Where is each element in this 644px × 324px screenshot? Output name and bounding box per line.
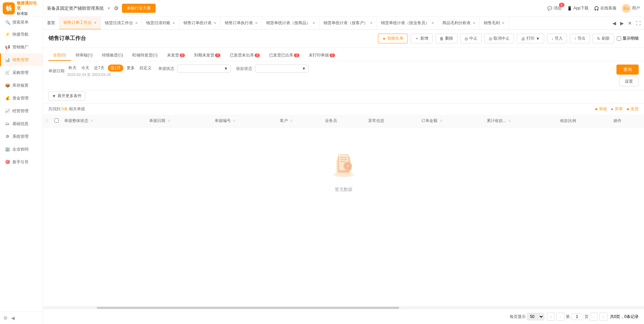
online-service-btn[interactable]: 🎧 在线客服 [594, 5, 616, 11]
last-page-btn[interactable]: » [599, 313, 607, 321]
sidebar-item-enterprise[interactable]: 🏢 企业协同 [0, 143, 43, 156]
tab-close-5[interactable]: ✕ [255, 21, 258, 25]
sub-tab-overdue-not-shipped[interactable]: 到期未发货0 [189, 50, 225, 61]
sidebar-item-marketing[interactable]: 📢 营销推广 [0, 41, 43, 53]
tab-close-7[interactable]: ✕ [370, 21, 373, 25]
app-download-btn[interactable]: 📱 App下载 [567, 5, 589, 11]
sidebar-item-system[interactable]: ⚙ 系统管理 [0, 130, 43, 143]
tab-close-2[interactable]: ✕ [135, 21, 138, 25]
sidebar-item-purchase[interactable]: 🛒 采购管理 [0, 66, 43, 79]
smart-generate-btn[interactable]: ★ 智能生单 [378, 34, 408, 43]
date-option-7days[interactable]: 近7天 [93, 65, 106, 72]
sub-tab-pending-review[interactable]: 待审核(0) [71, 50, 97, 61]
review-action-btn[interactable]: 审核 [595, 106, 607, 112]
industry-btn[interactable]: 体验行业方案 [122, 4, 156, 13]
cancel-review-action-btn[interactable]: 弃审 [611, 106, 623, 112]
settings-bottom-icon[interactable]: ⚙ [3, 315, 8, 321]
date-option-more[interactable]: 更多 [125, 65, 136, 72]
col-date[interactable]: 单据日期 ⇅ [146, 115, 212, 127]
filter-settings-btn[interactable]: 设置 [619, 77, 639, 86]
cancel-suspend-icon: ◎ [489, 36, 492, 41]
tab-close-8[interactable]: ✕ [431, 21, 434, 25]
message-btn[interactable]: 💬 消息 6 [547, 5, 562, 11]
scrollbar-area[interactable] [43, 306, 644, 309]
topbar-gear-icon[interactable]: ⚙ [114, 5, 119, 11]
status-select-arrow: ▼ [224, 66, 228, 71]
print-btn[interactable]: 🖨 打印 ▼ [517, 34, 544, 43]
sub-tab-all[interactable]: 全部(0) [48, 50, 71, 61]
topbar: 装备及固定资产辅助管理系统 ▼ ⚙ 体验行业方案 💬 消息 6 📱 App下载 … [43, 0, 644, 17]
sidebar-item-quick-nav[interactable]: ⚡ 快捷导航 [0, 28, 43, 41]
scrollbar-thumb[interactable] [97, 307, 399, 309]
tab-sales-gross-profit[interactable]: 销售毛利 ✕ [480, 17, 509, 30]
sub-tab-shipped-not-out[interactable]: 已发货未出库0 [225, 50, 265, 61]
tab-sales-by-customer[interactable]: 销货单统计表（按客户） ✕ [319, 17, 377, 30]
cancel-suspend-btn[interactable]: ◎ 取消中止 [484, 34, 514, 43]
sidebar-item-inventory[interactable]: 📦 库存核算 [0, 79, 43, 92]
sub-tab-not-printed[interactable]: 未打印单据0 [304, 50, 340, 61]
tabs-next-icon[interactable]: ▶ [619, 20, 625, 27]
tab-sales-order-stats[interactable]: 销售订单统计表 ✕ [179, 17, 221, 30]
tab-daily-clear-workbench[interactable]: 钱货日清工作台 ✕ [101, 17, 142, 30]
system-dropdown-icon[interactable]: ▼ [107, 6, 111, 10]
sidebar-item-operations[interactable]: 📈 经营管理 [0, 105, 43, 117]
tab-sales-by-salesperson[interactable]: 销货单统计表（按业务员） ✕ [377, 17, 438, 30]
status-select[interactable]: ▼ [177, 65, 231, 73]
sidebar-item-sales[interactable]: 📊 销售管理 [0, 53, 43, 66]
refresh-btn[interactable]: ↻ 刷新 [593, 34, 614, 43]
col-order-amount[interactable]: 订单金额 ⇅ [419, 115, 484, 127]
user-menu[interactable]: Ea 用户 [622, 4, 640, 13]
tab-close-1[interactable]: ✕ [94, 21, 96, 25]
page-input[interactable] [571, 313, 583, 320]
delete-btn[interactable]: 🗑 删除 [435, 34, 458, 43]
col-cumulative-payment[interactable]: 累计收款... ⇅ [484, 115, 558, 127]
date-option-today[interactable]: 今天 [80, 65, 91, 72]
query-btn[interactable]: 查询 [616, 65, 639, 75]
tabs-close-all-icon[interactable]: ✕ [627, 20, 633, 27]
collapse-icon[interactable]: ◀ [11, 315, 15, 321]
tab-home[interactable]: 首页 [43, 17, 59, 30]
date-option-1month[interactable]: 近1月 [108, 65, 124, 72]
tab-daily-clear-reconcile[interactable]: 钱货日清对账 ✕ [142, 17, 179, 30]
tab-close-10[interactable]: ✕ [502, 21, 505, 25]
date-option-yesterday[interactable]: 昨天 [67, 65, 78, 72]
col-number[interactable]: 单据编号 ⇅ [212, 115, 277, 127]
import-btn[interactable]: ↓ 导入 [547, 34, 567, 43]
tab-close-3[interactable]: ✕ [172, 21, 175, 25]
tabs-maximize-icon[interactable]: ⛶ [635, 20, 642, 27]
tab-sales-order-workbench[interactable]: 销售订单工作台 ✕ [59, 17, 101, 30]
tab-close-4[interactable]: ✕ [214, 21, 216, 25]
next-page-btn[interactable]: › [590, 313, 598, 321]
sub-tab-shipped-out[interactable]: 已发货已出库0 [264, 50, 304, 61]
table-actions-right: 审核 弃审 发货 [595, 106, 639, 112]
show-detail-label[interactable]: 显示明细 [617, 36, 639, 41]
select-all-checkbox[interactable] [54, 118, 59, 123]
sub-tab-not-shipped[interactable]: 未发货0 [162, 50, 190, 61]
sidebar-item-finance[interactable]: 💰 资金管理 [0, 92, 43, 105]
add-btn[interactable]: ＋ 新增 [411, 34, 433, 43]
sub-tab-pending-inspection[interactable]: 待拣验货(0) [97, 50, 128, 61]
tabs-prev-icon[interactable]: ◀ [611, 20, 617, 27]
sidebar-item-guide[interactable]: 🎯 新手引导 [0, 156, 43, 168]
tab-gross-profit-analysis[interactable]: 商品毛利分析表 ✕ [438, 17, 480, 30]
col-overall-status[interactable]: 单据整体状态 ⇅ [61, 115, 146, 127]
show-detail-checkbox[interactable] [617, 36, 621, 41]
prev-page-btn[interactable]: ‹ [556, 313, 564, 321]
suspend-btn[interactable]: ◎ 中止 [460, 34, 482, 43]
first-page-btn[interactable]: « [547, 313, 555, 321]
tab-sales-order-exec[interactable]: 销售订单执行表 ✕ [221, 17, 262, 30]
expand-conditions-btn[interactable]: ▼ 展开更多条件 [48, 91, 85, 100]
ship-action-btn[interactable]: 发货 [627, 106, 639, 112]
sub-tab-wangpu-pending[interactable]: 旺铺待发货(0) [128, 50, 162, 61]
tab-sales-by-product[interactable]: 销货单统计表（按商品） ✕ [262, 17, 319, 30]
date-option-custom[interactable]: 自定义 [138, 65, 153, 72]
tab-close-9[interactable]: ✕ [473, 21, 475, 25]
sidebar-item-search[interactable]: 🔍 搜索菜单 [0, 17, 43, 28]
tab-close-6[interactable]: ✕ [312, 21, 315, 25]
export-btn[interactable]: ↑ 导出 [570, 34, 590, 43]
user-avatar: Ea [622, 4, 631, 13]
col-customer[interactable]: 客户 ⇅ [277, 115, 323, 127]
payment-select[interactable]: ▼ [255, 65, 309, 73]
per-page-select[interactable]: 50 100 200 [527, 313, 544, 320]
sidebar-item-basic-info[interactable]: 🗂 基础信息 [0, 117, 43, 130]
